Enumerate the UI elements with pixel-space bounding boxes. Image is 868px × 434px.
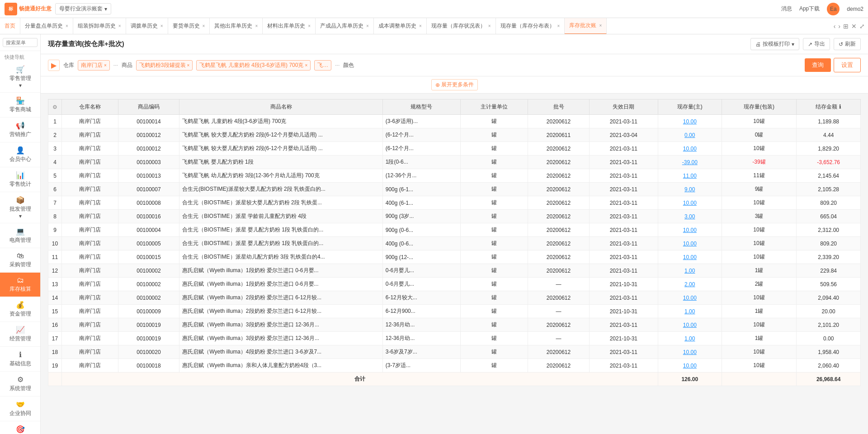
- tab-stock-status[interactable]: 现存量（库存状况表） ×: [427, 18, 496, 34]
- product-tag-more[interactable]: 飞…: [314, 60, 331, 71]
- product-tag-1-close[interactable]: ×: [187, 63, 190, 68]
- tab-split-inventory[interactable]: 分量盘点单历史 ×: [20, 18, 73, 34]
- tab-close-all[interactable]: ✕: [850, 23, 858, 30]
- cell-batch: —: [528, 332, 590, 345]
- tab-stock-batch[interactable]: 库存批次账 ×: [565, 18, 607, 34]
- cell-qty-main[interactable]: 11.00: [658, 169, 722, 183]
- tab-query[interactable]: 调拨单历史 ×: [126, 18, 168, 34]
- gear-icon[interactable]: ⚙: [52, 104, 57, 110]
- sidebar-item-retail[interactable]: 🛒 零售管理 ▾: [0, 61, 40, 93]
- sidebar-item-new-guide[interactable]: 🎯 新手引导: [0, 421, 40, 434]
- sidebar-item-purchase[interactable]: 🛍 采购管理: [0, 248, 40, 273]
- tab-cost-adjust[interactable]: 成本调整单历史 ×: [374, 18, 427, 34]
- tab-maximize[interactable]: ⤢: [858, 23, 866, 30]
- cell-qty-main[interactable]: 3.00: [658, 210, 722, 223]
- org-selector[interactable]: 母婴行业演示账套 ▾: [55, 3, 111, 14]
- cell-code: 00100019: [118, 318, 179, 332]
- cell-qty-main[interactable]: 10.00: [658, 196, 722, 210]
- cell-qty-main[interactable]: 10.00: [658, 291, 722, 305]
- tab-require-goods-close[interactable]: ×: [203, 24, 205, 28]
- sidebar-item-inventory[interactable]: 🗂 库存核算: [0, 273, 40, 297]
- cell-qty-main[interactable]: 10.00: [658, 345, 722, 359]
- product-tag-2-close[interactable]: ×: [305, 63, 307, 68]
- cell-qty-main[interactable]: 10.00: [658, 250, 722, 264]
- cell-qty-main[interactable]: 10.00: [658, 115, 722, 128]
- cell-batch: 20200612: [528, 359, 590, 373]
- cell-qty-main[interactable]: 10.00: [658, 142, 722, 156]
- tab-other-out-close[interactable]: ×: [255, 24, 258, 28]
- tab-product-in-close[interactable]: ×: [366, 24, 369, 28]
- cell-qty-main[interactable]: 10.00: [658, 237, 722, 250]
- cell-amount: 809.20: [797, 237, 861, 250]
- print-button[interactable]: 🖨 按模板打印 ▾: [750, 38, 799, 50]
- cell-qty-main[interactable]: 1.00: [658, 264, 722, 278]
- sidebar-item-finance[interactable]: 💰 资金管理: [0, 297, 40, 322]
- cell-expire: 2021-03-11: [589, 359, 658, 373]
- cell-qty-main[interactable]: 1.00: [658, 305, 722, 318]
- cell-qty-main[interactable]: 1.00: [658, 332, 722, 345]
- col-gear[interactable]: ⚙: [48, 99, 62, 115]
- cell-qty-main[interactable]: 9.00: [658, 183, 722, 196]
- cell-code: 00100016: [118, 210, 179, 223]
- warehouse-more-btn[interactable]: ···: [113, 62, 118, 68]
- username[interactable]: demo2: [847, 6, 863, 12]
- cell-qty-main[interactable]: 10.00: [658, 318, 722, 332]
- messages-link[interactable]: 消息: [781, 5, 792, 13]
- cell-qty-main[interactable]: 10.00: [658, 223, 722, 237]
- tab-home[interactable]: 首页: [0, 18, 20, 34]
- warehouse-tag-nanao[interactable]: 南岸门店 ×: [78, 60, 110, 71]
- sidebar-item-operations[interactable]: 📈 经营管理: [0, 322, 40, 347]
- user-avatar[interactable]: Ea: [827, 3, 840, 15]
- cell-qty-main[interactable]: 10.00: [658, 359, 722, 373]
- query-button[interactable]: 查询: [805, 58, 831, 72]
- tab-split-inventory-close[interactable]: ×: [66, 24, 68, 28]
- product-tag-2[interactable]: 飞鹤星飞帆 儿童奶粉 4段(3-6岁适用) 700克 ×: [196, 60, 311, 71]
- product-more-btn[interactable]: ···: [335, 62, 340, 68]
- cell-name: 飞鹤星飞帆 较大婴儿配方奶粉 2段(6-12个月婴幼儿适用) ...: [179, 128, 382, 142]
- page-title: 现存量查询(按仓库+批次): [48, 40, 124, 48]
- sidebar-item-ecommerce[interactable]: 💻 电商管理: [0, 223, 40, 248]
- export-button[interactable]: ↗ 导出: [803, 38, 830, 50]
- cell-spec: 0-6月婴儿...: [382, 278, 460, 291]
- sidebar-item-wholesale[interactable]: 📦 批发管理 ▾: [0, 192, 40, 223]
- sidebar-item-enterprise[interactable]: 🤝 企业协同: [0, 396, 40, 421]
- cell-qty-main[interactable]: -39.00: [658, 156, 722, 169]
- tab-material-out[interactable]: 材料出库单历史 ×: [263, 18, 316, 34]
- tab-disassemble[interactable]: 组装拆卸单历史 ×: [73, 18, 126, 34]
- sidebar-item-retail-shop[interactable]: 🏪 零售商城: [0, 93, 40, 118]
- sidebar-item-basic[interactable]: ℹ 基础信息: [0, 347, 40, 372]
- filter-arrow-btn[interactable]: ▶: [48, 60, 60, 71]
- tab-stock-dist-close[interactable]: ×: [557, 24, 560, 28]
- tab-nav-prev[interactable]: ‹: [832, 23, 837, 30]
- cell-qty-main[interactable]: 0.00: [658, 128, 722, 142]
- cell-name: 惠氏启赋（Wyeth illuma）3段奶粉 爱尔兰进口 12-36月...: [179, 332, 382, 345]
- tab-stock-dist[interactable]: 现存量（库存分布表） ×: [496, 18, 565, 34]
- tab-nav-more[interactable]: ⊞: [842, 23, 850, 30]
- sidebar-item-retail-stats[interactable]: 📊 零售统计: [0, 167, 40, 192]
- refresh-button[interactable]: ↺ 刷新: [834, 38, 861, 50]
- sidebar-item-members[interactable]: 👤 会员中心: [0, 142, 40, 167]
- cell-qty-main[interactable]: 2.00: [658, 278, 722, 291]
- tab-other-out[interactable]: 其他出库单历史 ×: [210, 18, 263, 34]
- warehouse-tag-close[interactable]: ×: [104, 63, 107, 68]
- tab-material-out-close[interactable]: ×: [308, 24, 311, 28]
- sidebar-item-system[interactable]: ⚙ 系统管理: [0, 372, 40, 396]
- sidebar-item-marketing[interactable]: 📢 营销推广: [0, 118, 40, 142]
- tab-disassemble-close[interactable]: ×: [118, 24, 121, 28]
- search-input[interactable]: [3, 38, 38, 47]
- cell-amount: 2,094.40: [797, 291, 861, 305]
- product-tag-1[interactable]: 飞鹤奶粉3段罐提装 ×: [136, 60, 193, 71]
- tab-stock-batch-close[interactable]: ×: [599, 23, 602, 28]
- cell-unit: 罐: [461, 196, 528, 210]
- tab-stock-status-close[interactable]: ×: [488, 24, 491, 28]
- tab-query-close[interactable]: ×: [160, 24, 163, 28]
- tab-product-in[interactable]: 产成品入库单历史 ×: [316, 18, 374, 34]
- app-download-link[interactable]: App下载: [799, 5, 820, 13]
- tab-require-goods[interactable]: 要货单历史 ×: [168, 18, 210, 34]
- expand-conditions-button[interactable]: ⊕ 展开更多条件: [431, 79, 478, 90]
- cell-qty-pack: 1罐: [722, 332, 796, 345]
- tab-nav-next[interactable]: ›: [837, 23, 842, 30]
- cell-no: 12: [48, 264, 62, 278]
- settings-button[interactable]: 设置: [834, 58, 861, 72]
- tab-cost-adjust-close[interactable]: ×: [419, 24, 422, 28]
